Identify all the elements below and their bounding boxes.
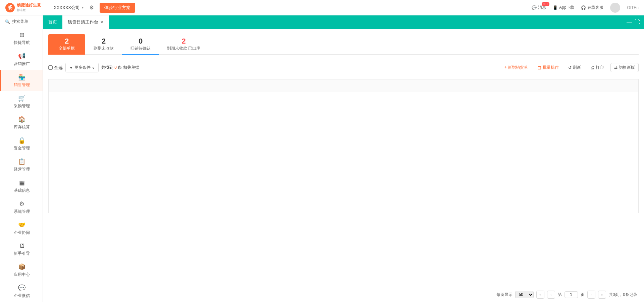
basics-icon: ▦ (19, 179, 25, 186)
summary-tab-shipped[interactable]: 2 到期未收款 已出库 (159, 34, 208, 55)
guide-icon: 🖥 (19, 242, 25, 249)
logo-icon: 畅 (5, 3, 15, 12)
sidebar-item-sales[interactable]: 🏪 销售管理 (0, 70, 43, 91)
per-page-select[interactable]: 50 100 200 (515, 291, 534, 298)
finance-icon: 🔒 (18, 137, 25, 144)
company-selector[interactable]: XXXXXX公司 ▾ (54, 5, 84, 11)
message-button[interactable]: 💬 消息 99+ (532, 5, 546, 10)
filter-icon: ▼ (69, 65, 73, 70)
refresh-icon: ↺ (568, 65, 572, 70)
sidebar-item-operations[interactable]: 📋 经营管理 (0, 155, 43, 176)
operations-icon: 📋 (18, 158, 25, 165)
filter-chevron-icon: ∨ (92, 65, 95, 70)
switch-version-button[interactable]: ⇄ 切换新版 (610, 63, 639, 72)
first-page-button[interactable]: « (536, 291, 544, 299)
checkbox-input[interactable] (48, 65, 53, 70)
top-header: 畅 畅捷通好生意 标准版 XXXXXX公司 ▾ ⚙ 体验行业方案 💬 消息 99… (0, 0, 644, 15)
logo-area: 畅 畅捷通好生意 标准版 (5, 3, 48, 12)
sales-icon: 🏪 (18, 73, 25, 81)
online-service-button[interactable]: 🎧 在线客服 (581, 5, 603, 10)
page-text: 第 (558, 292, 562, 298)
phone-icon: 📱 (553, 5, 558, 10)
summary-tab-wangpu[interactable]: 0 旺铺待确认 (122, 34, 159, 55)
sidebar: 🔍 搜索菜单 ⊞ 快捷导航 📢 营销推广 🏪 销售管理 🛒 采购管理 🏠 库存核… (0, 15, 43, 302)
summary-tabs: 2 全部单据 2 到期未收款 0 旺铺待确认 2 到期未收款 已出库 (48, 34, 639, 55)
sidebar-item-enterprise[interactable]: 🤝 企业协同 (0, 218, 43, 239)
sidebar-item-marketing[interactable]: 📢 营销推广 (0, 49, 43, 70)
more-filter-button[interactable]: ▼ 更多条件 ∨ (65, 63, 99, 72)
system-icon: ⚙ (19, 200, 24, 207)
tab-workbench[interactable]: 钱货日清工作台 ✕ (62, 15, 109, 29)
table-area (48, 79, 639, 213)
sidebar-item-basics[interactable]: ▦ 基础信息 (0, 176, 43, 197)
wechat-icon: 💬 (18, 284, 25, 292)
sidebar-item-purchase[interactable]: 🛒 采购管理 (0, 91, 43, 112)
switch-icon: ⇄ (614, 65, 618, 70)
company-name: XXXXXX公司 (54, 5, 80, 11)
marketing-icon: 📢 (18, 52, 25, 60)
refresh-button[interactable]: ↺ 刷新 (566, 63, 584, 72)
sidebar-item-guide[interactable]: 🖥 新手引导 (0, 239, 43, 260)
print-button[interactable]: 🖨 打印 (588, 63, 606, 72)
trial-button[interactable]: 体验行业方案 (100, 3, 135, 13)
tab-bar-actions: — ⛶ (627, 19, 644, 25)
table-header (49, 79, 638, 92)
last-page-button[interactable]: » (598, 291, 606, 299)
sidebar-item-system[interactable]: ⚙ 系统管理 (0, 197, 43, 218)
pagination-bar: 每页显示 50 100 200 « ‹ 第 页 › » 共0页，0条记录 (43, 287, 644, 302)
total-label: 共0页，0条记录 (609, 292, 637, 298)
tab-close-icon[interactable]: ✕ (100, 20, 103, 24)
message-icon: 💬 (532, 5, 537, 10)
found-text: 共找到 0 条 相关单据 (101, 65, 139, 70)
content-inner: 2 全部单据 2 到期未收款 0 旺铺待确认 2 到期未收款 已出库 全选 (43, 29, 644, 302)
quick-nav-icon: ⊞ (19, 31, 24, 39)
batch-operation-button[interactable]: ⊟ 批量操作 (535, 63, 561, 72)
per-page-label: 每页显示 (496, 292, 513, 298)
avatar[interactable] (610, 3, 620, 13)
tab-expand-icon[interactable]: ⛶ (635, 19, 640, 25)
settings-icon[interactable]: ⚙ (87, 3, 96, 12)
chevron-down-icon: ▾ (82, 6, 84, 9)
page-input[interactable] (565, 291, 578, 298)
appstore-icon: 📦 (18, 263, 25, 270)
main-content: 2 全部单据 2 到期未收款 0 旺铺待确认 2 到期未收款 已出库 全选 (43, 29, 644, 302)
page-text-end: 页 (581, 292, 585, 298)
search-menu-item[interactable]: 🔍 搜索菜单 (0, 15, 43, 28)
tab-minimize-icon[interactable]: — (627, 19, 632, 25)
inventory-icon: 🏠 (18, 116, 25, 123)
sidebar-item-wechat[interactable]: 💬 企业微信 (0, 281, 43, 302)
select-all-checkbox[interactable]: 全选 (48, 65, 63, 71)
enterprise-icon: 🤝 (18, 221, 25, 229)
toolbar-right: + 新增销货单 ⊟ 批量操作 ↺ 刷新 🖨 打印 ⇄ 切换新版 (502, 63, 639, 72)
logo-text: 畅捷通好生意 标准版 (17, 3, 41, 12)
message-badge: 99+ (542, 2, 549, 6)
user-name: OfTEn (627, 5, 639, 10)
next-page-button[interactable]: › (587, 291, 595, 299)
tab-bar: 首页 钱货日清工作台 ✕ — ⛶ (43, 15, 644, 29)
service-icon: 🎧 (581, 5, 586, 10)
summary-tab-overdue[interactable]: 2 到期未收款 (85, 34, 122, 55)
app-download-button[interactable]: 📱 App下载 (553, 5, 574, 10)
sidebar-item-quick-nav[interactable]: ⊞ 快捷导航 (0, 28, 43, 49)
summary-tab-all[interactable]: 2 全部单据 (48, 34, 85, 55)
print-icon: 🖨 (590, 65, 594, 70)
sidebar-item-inventory[interactable]: 🏠 库存核算 (0, 112, 43, 133)
tab-home[interactable]: 首页 (43, 15, 62, 29)
header-right: 💬 消息 99+ 📱 App下载 🎧 在线客服 OfTEn (532, 3, 639, 13)
add-sales-order-button[interactable]: + 新增销货单 (502, 63, 531, 72)
purchase-icon: 🛒 (18, 95, 25, 102)
sidebar-item-finance[interactable]: 🔒 资金管理 (0, 133, 43, 155)
prev-page-button[interactable]: ‹ (547, 291, 555, 299)
search-icon: 🔍 (5, 19, 10, 24)
toolbar: 全选 ▼ 更多条件 ∨ 共找到 0 条 相关单据 + 新增销货单 ⊟ 批量操作 (48, 60, 639, 75)
batch-icon: ⊟ (537, 65, 541, 70)
sidebar-item-appstore[interactable]: 📦 应用中心 (0, 260, 43, 281)
